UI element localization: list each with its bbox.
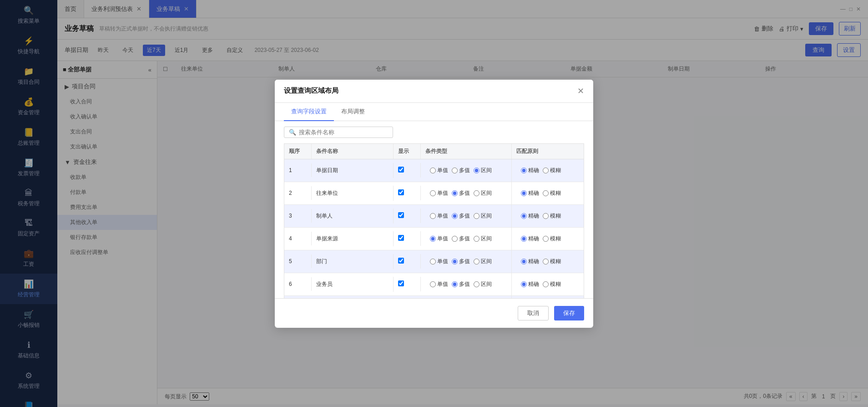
cell-match: 精确 模糊 [512, 228, 593, 250]
radio-precise[interactable]: 精确 [521, 167, 539, 174]
cell-show[interactable] [394, 254, 421, 269]
dialog-footer: 取消 保存 [275, 298, 593, 328]
show-checkbox[interactable] [398, 280, 404, 286]
cell-type: 单值 多值 区间 [421, 182, 512, 204]
cell-show[interactable] [394, 209, 421, 223]
table-header-row: 顺序 条件名称 显示 条件类型 匹配原则 [284, 143, 584, 159]
table-row: 6 业务员 单值 多值 区间 精确 模糊 [284, 273, 584, 296]
radio-fuzzy[interactable]: 模糊 [543, 167, 561, 174]
show-checkbox[interactable] [398, 167, 404, 173]
cell-type: 单值 多值 区间 [421, 228, 512, 250]
table-row: 3 制单人 单值 多值 区间 精确 模糊 [284, 205, 584, 228]
cell-order: 6 [284, 277, 312, 291]
dialog-tab-query[interactable]: 查询字段设置 [284, 103, 334, 121]
cell-match: 精确 模糊 [512, 250, 593, 273]
cell-order: 2 [284, 186, 312, 200]
table-row: 1 单据日期 单值 多值 区间 精确 模糊 [284, 159, 584, 182]
radio-multi[interactable]: 多值 [452, 167, 470, 174]
search-box: 🔍 [284, 127, 393, 138]
cell-order: 4 [284, 232, 312, 245]
dialog-tab-layout[interactable]: 布局调整 [334, 103, 372, 121]
cell-order: 5 [284, 254, 312, 268]
cell-type: 单值 多值 区间 [421, 273, 512, 295]
cell-match: 精确 模糊 [512, 296, 593, 298]
save-dialog-button[interactable]: 保存 [554, 306, 584, 321]
cell-name: 单据日期 [312, 163, 394, 178]
dialog-table: 顺序 条件名称 显示 条件类型 匹配原则 1 单据日期 单值 多值 区间 [275, 143, 593, 298]
table-row: 2 往来单位 单值 多值 区间 精确 模糊 [284, 182, 584, 205]
cell-name: 部门 [312, 254, 394, 269]
dialog-overlay: 设置查询区域布局 ✕ 查询字段设置 布局调整 🔍 顺序 条件名称 显示 条件类型… [0, 0, 868, 407]
dialog-search: 🔍 [275, 121, 593, 143]
col-order: 顺序 [284, 144, 312, 159]
show-checkbox[interactable] [398, 212, 404, 218]
cell-order: 3 [284, 209, 312, 223]
show-checkbox[interactable] [398, 258, 404, 264]
cell-order: 1 [284, 163, 312, 177]
table-row: 4 单据来源 单值 多值 区间 精确 模糊 [284, 228, 584, 250]
cell-name: 单据来源 [312, 231, 394, 246]
table-row: 5 部门 单值 多值 区间 精确 模糊 [284, 250, 584, 273]
cell-match: 精确 模糊 [512, 273, 593, 295]
cell-type: 单值 多值 区间 [421, 296, 512, 298]
cell-show[interactable] [394, 231, 421, 246]
cell-name: 往来单位 [312, 186, 394, 201]
dialog-tabs: 查询字段设置 布局调整 [275, 103, 593, 121]
cell-type: 单值 多值 区间 [421, 159, 512, 182]
col-show: 显示 [394, 144, 421, 159]
cell-match: 精确 模糊 [512, 182, 593, 204]
dialog-close-btn[interactable]: ✕ [577, 86, 584, 96]
cancel-button[interactable]: 取消 [518, 306, 549, 321]
cell-show[interactable] [394, 186, 421, 200]
cell-match: 精确 模糊 [512, 205, 593, 227]
cell-type: 单值 多值 区间 [421, 205, 512, 227]
show-checkbox[interactable] [398, 189, 404, 195]
dialog: 设置查询区域布局 ✕ 查询字段设置 布局调整 🔍 顺序 条件名称 显示 条件类型… [275, 80, 593, 328]
cell-match: 精确 模糊 [512, 159, 593, 182]
dialog-title: 设置查询区域布局 [284, 86, 338, 95]
cell-show[interactable] [394, 277, 421, 291]
col-name: 条件名称 [312, 144, 394, 159]
radio-range[interactable]: 区间 [474, 167, 492, 174]
show-checkbox[interactable] [398, 235, 404, 241]
cell-name: 制单人 [312, 209, 394, 224]
search-input[interactable] [299, 129, 388, 136]
search-icon: 🔍 [289, 129, 296, 136]
cell-show[interactable] [394, 163, 421, 178]
col-type: 条件类型 [421, 144, 512, 159]
col-match: 匹配原则 [512, 144, 593, 159]
dialog-header: 设置查询区域布局 ✕ [275, 80, 593, 103]
cell-type: 单值 多值 区间 [421, 250, 512, 273]
cell-name: 业务员 [312, 277, 394, 292]
radio-single[interactable]: 单值 [430, 167, 448, 174]
